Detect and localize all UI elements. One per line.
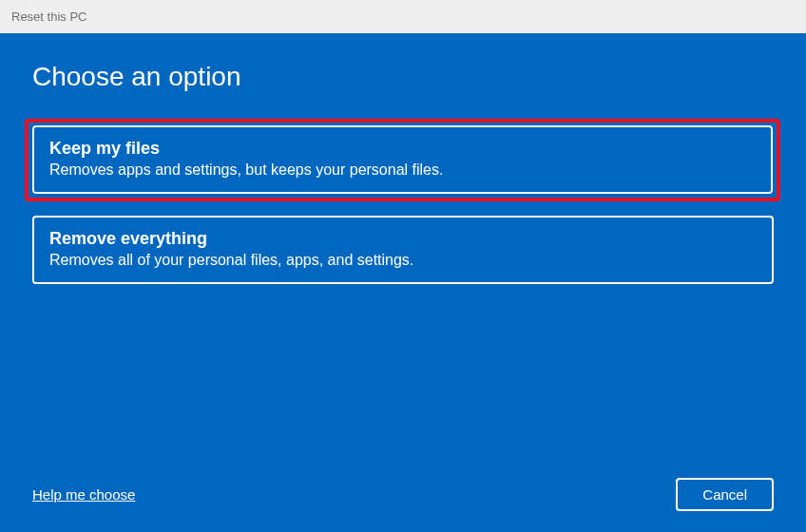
option-remove-everything[interactable]: Remove everything Removes all of your pe… bbox=[32, 216, 774, 284]
option-remove-desc: Removes all of your personal files, apps… bbox=[49, 252, 757, 269]
title-bar: Reset this PC bbox=[0, 0, 806, 33]
page-title: Choose an option bbox=[32, 62, 774, 92]
help-me-choose-link[interactable]: Help me choose bbox=[32, 486, 135, 503]
cancel-button[interactable]: Cancel bbox=[676, 478, 774, 511]
option-remove-title: Remove everything bbox=[49, 229, 757, 249]
title-bar-text: Reset this PC bbox=[11, 10, 86, 24]
option-keep-my-files[interactable]: Keep my files Removes apps and settings,… bbox=[32, 125, 773, 194]
option-keep-files-desc: Removes apps and settings, but keeps you… bbox=[49, 162, 756, 179]
options-list: Keep my files Removes apps and settings,… bbox=[32, 119, 774, 284]
keep-files-highlight: Keep my files Removes apps and settings,… bbox=[25, 119, 780, 201]
option-keep-files-title: Keep my files bbox=[49, 139, 756, 159]
footer: Help me choose Cancel bbox=[32, 478, 774, 511]
main-content: Choose an option Keep my files Removes a… bbox=[0, 33, 806, 532]
